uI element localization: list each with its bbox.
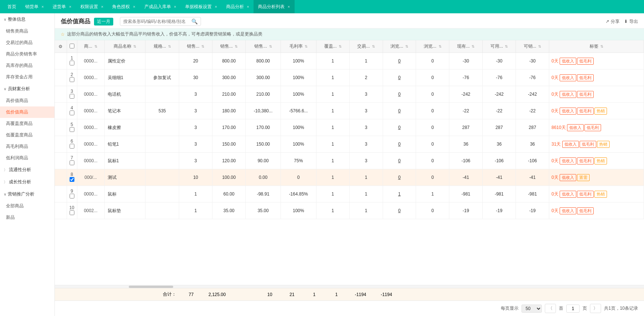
row-settings[interactable]	[55, 153, 67, 169]
view-count-link[interactable]: 0	[398, 175, 401, 180]
row-checkbox[interactable]	[70, 127, 74, 132]
row-checkbox[interactable]	[70, 111, 74, 115]
view-count-link[interactable]: 1	[398, 191, 401, 197]
sidebar-item-category-sales-rate[interactable]: 商品分类销售率	[0, 48, 54, 60]
row-settings[interactable]	[55, 86, 67, 103]
nav-product-inbound[interactable]: 产成品入库单 ×	[140, 0, 181, 13]
export-button[interactable]: ⬇ 导出	[624, 18, 638, 25]
row-settings[interactable]	[55, 169, 67, 186]
row-checkbox[interactable]	[70, 194, 74, 198]
sidebar-group-overview[interactable]: ∨ 整体信息	[0, 13, 54, 26]
row-checkbox[interactable]	[70, 210, 74, 215]
row-checkbox[interactable]	[70, 94, 74, 99]
row-view1[interactable]: 0	[383, 86, 416, 103]
share-button[interactable]: ↗ 分享	[606, 18, 620, 25]
row-view1[interactable]: 0	[383, 136, 416, 153]
nav-template-settings[interactable]: 单据模板设置 ×	[181, 0, 221, 13]
view-count-link[interactable]: 0	[398, 142, 401, 147]
col-sellable-header[interactable]: 可销... ⇅	[516, 40, 549, 53]
sidebar-group-liquidity[interactable]: 〉 流通性分析	[0, 164, 54, 176]
col-spec-header[interactable]: 规格... ⇅	[145, 40, 179, 53]
row-checkbox[interactable]	[70, 144, 74, 149]
col-available-header[interactable]: 可用... ⇅	[483, 40, 516, 53]
nav-product-analysis-list[interactable]: 商品分析列表 ×	[254, 0, 294, 13]
col-margin-header[interactable]: 毛利率 ⇅	[281, 40, 316, 53]
row-settings[interactable]	[55, 136, 67, 153]
close-icon[interactable]: ×	[247, 4, 249, 9]
view-count-link[interactable]: 0	[398, 125, 401, 130]
row-settings[interactable]	[55, 103, 67, 119]
col-coverage-header[interactable]: 覆盖... ⇅	[316, 40, 349, 53]
select-all-header[interactable]	[67, 40, 77, 53]
view-count-link[interactable]: 0	[398, 208, 401, 213]
row-view1[interactable]: 0	[383, 69, 416, 86]
col-code-header[interactable]: 商... ⇅	[77, 40, 104, 53]
sidebar-item-high-profit[interactable]: 高毛利商品	[0, 141, 54, 152]
row-checkbox[interactable]	[70, 177, 74, 182]
search-input[interactable]	[123, 19, 190, 24]
nav-permission[interactable]: 权限设置 ×	[76, 0, 108, 13]
sidebar-group-marketing[interactable]: ∨ 营销推广分析	[0, 188, 54, 200]
close-icon[interactable]: ×	[174, 4, 176, 9]
row-view1[interactable]: 0	[383, 119, 416, 136]
row-settings[interactable]	[55, 53, 67, 69]
sidebar-item-all-products[interactable]: 全部商品	[0, 200, 54, 212]
row-view1[interactable]: 0	[383, 153, 416, 169]
close-icon[interactable]: ×	[69, 4, 71, 9]
row-view1[interactable]: 1	[383, 186, 416, 203]
sidebar-item-traded-products[interactable]: 交易过的商品	[0, 37, 54, 48]
horizontal-scrollbar[interactable]	[55, 285, 644, 288]
col-sale1-header[interactable]: 销售... ⇅	[179, 40, 212, 53]
row-checkbox[interactable]	[70, 160, 74, 165]
row-settings[interactable]	[55, 69, 67, 86]
nav-home[interactable]: 首页	[3, 0, 21, 13]
row-settings[interactable]	[55, 119, 67, 136]
sidebar-item-low-profit[interactable]: 低利润商品	[0, 152, 54, 164]
current-page-input[interactable]	[566, 305, 580, 313]
search-icon[interactable]: 🔍	[191, 18, 198, 24]
sidebar-item-new-products[interactable]: 新品	[0, 212, 54, 223]
row-checkbox[interactable]	[70, 77, 74, 82]
nav-product-analysis[interactable]: 商品分析 ×	[222, 0, 254, 13]
sidebar-group-growth[interactable]: 〉 成长性分析	[0, 176, 54, 188]
nav-sales-order[interactable]: 销货单 ×	[21, 0, 48, 13]
filter-tag-month[interactable]: 近一月	[94, 18, 113, 26]
view-count-link[interactable]: 0	[398, 92, 401, 97]
row-checkbox[interactable]	[70, 61, 74, 65]
sidebar-item-low-coverage[interactable]: 低覆盖度商品	[0, 129, 54, 141]
sidebar-item-high-coverage[interactable]: 高覆盖度商品	[0, 118, 54, 129]
col-name-header[interactable]: 商品名称 ⇅	[104, 40, 145, 53]
row-view1[interactable]: 0	[383, 103, 416, 119]
view-count-link[interactable]: 0	[398, 75, 401, 80]
close-icon[interactable]: ×	[215, 4, 217, 9]
col-view1-header[interactable]: 浏览... ⇅	[383, 40, 416, 53]
next-page-button[interactable]: 〉	[590, 304, 601, 313]
sidebar-item-high-inventory[interactable]: 高库存的商品	[0, 60, 54, 71]
close-icon[interactable]: ×	[133, 4, 135, 9]
col-view2-header[interactable]: 浏览... ⇅	[416, 40, 449, 53]
row-view1[interactable]: 0	[383, 169, 416, 186]
col-trade-header[interactable]: 交易... ⇅	[349, 40, 383, 53]
row-settings[interactable]	[55, 203, 67, 219]
sidebar-item-inventory-capital[interactable]: 库存资金占用	[0, 71, 54, 83]
settings-col-header[interactable]: ⚙	[55, 40, 67, 53]
view-count-link[interactable]: 0	[398, 108, 401, 113]
close-icon[interactable]: ×	[41, 4, 44, 9]
sidebar-group-finance[interactable]: ∨ 员财案分析	[0, 83, 54, 95]
sidebar-item-high-value[interactable]: 高价值商品	[0, 95, 54, 106]
close-icon[interactable]: ×	[288, 4, 290, 9]
col-sale3-header[interactable]: 销售... ⇅	[245, 40, 281, 53]
sidebar-item-sales-products[interactable]: 销售类商品	[0, 26, 54, 37]
sidebar-item-low-value[interactable]: 低价值商品	[0, 106, 54, 118]
select-all-checkbox[interactable]	[70, 44, 74, 48]
col-sale2-header[interactable]: 销售... ⇅	[212, 40, 246, 53]
first-page-button[interactable]: 〈	[545, 304, 556, 313]
nav-purchase-order[interactable]: 进货单 ×	[48, 0, 76, 13]
nav-role-auth[interactable]: 角色授权 ×	[108, 0, 140, 13]
data-table-container[interactable]: ⚙ 商... ⇅ 商品名称 ⇅ 规格... ⇅ 销售... ⇅ 销售... ⇅ …	[55, 40, 644, 285]
row-settings[interactable]	[55, 186, 67, 203]
view-count-link[interactable]: 0	[398, 158, 401, 163]
col-current-header[interactable]: 现有... ⇅	[449, 40, 483, 53]
col-tags-header[interactable]: 标签 ⇅	[549, 40, 644, 53]
row-view1[interactable]: 0	[383, 203, 416, 219]
